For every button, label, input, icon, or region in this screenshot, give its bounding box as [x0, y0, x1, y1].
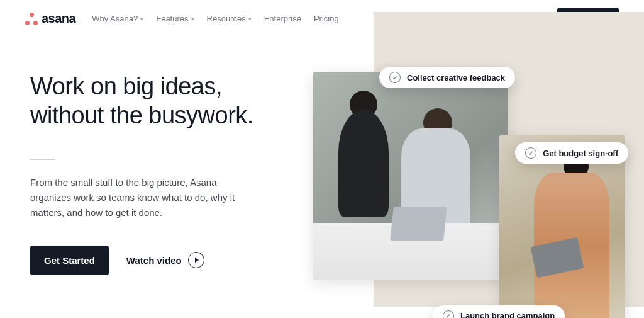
task-chip-label: Collect creative feedback [407, 73, 505, 82]
nav-item-label: Resources [207, 14, 246, 23]
hero: Work on big ideas, without the busywork.… [0, 37, 644, 275]
chevron-down-icon: ▾ [248, 16, 252, 22]
nav-item-label: Features [156, 14, 188, 23]
nav-features[interactable]: Features ▾ [156, 14, 194, 23]
primary-nav: Why Asana? ▾ Features ▾ Resources ▾ Ente… [92, 14, 338, 23]
hero-image-panel: ✓ Collect creative feedback ✓ Get budget… [313, 72, 644, 275]
task-chip-launch: ✓ Launch brand campaign [433, 305, 565, 318]
hero-subcopy: From the small stuff to the big picture,… [30, 175, 257, 220]
hero-headline-line2: without the busywork. [30, 102, 253, 128]
nav-item-label: Pricing [314, 14, 339, 23]
chevron-down-icon: ▾ [140, 16, 143, 22]
task-chip-budget: ✓ Get budget sign-off [515, 142, 628, 164]
nav-item-label: Enterprise [264, 14, 301, 23]
task-chip-label: Launch brand campaign [460, 311, 555, 318]
check-icon: ✓ [443, 310, 454, 318]
play-icon [188, 252, 204, 268]
nav-resources[interactable]: Resources ▾ [207, 14, 252, 23]
task-chip-label: Get budget sign-off [543, 149, 618, 158]
brand-name: asana [42, 11, 75, 26]
brand-logo[interactable]: asana [25, 11, 75, 26]
check-icon: ✓ [389, 72, 401, 83]
nav-item-label: Why Asana? [92, 14, 138, 23]
asana-logo-icon [25, 13, 38, 25]
hero-photo-main [313, 72, 508, 280]
nav-enterprise[interactable]: Enterprise [264, 14, 301, 23]
nav-pricing[interactable]: Pricing [314, 14, 339, 23]
hero-copy: Work on big ideas, without the busywork.… [30, 72, 301, 275]
hero-divider [30, 159, 55, 160]
hero-headline: Work on big ideas, without the busywork. [30, 72, 301, 130]
hero-get-started-button[interactable]: Get Started [30, 246, 109, 275]
task-chip-feedback: ✓ Collect creative feedback [379, 67, 515, 88]
watch-video-button[interactable]: Watch video [126, 252, 204, 268]
hero-headline-line1: Work on big ideas, [30, 73, 222, 99]
check-icon: ✓ [525, 147, 536, 159]
watch-video-label: Watch video [126, 255, 182, 266]
chevron-down-icon: ▾ [191, 16, 194, 22]
nav-why-asana[interactable]: Why Asana? ▾ [92, 14, 143, 23]
hero-cta-row: Get Started Watch video [30, 246, 301, 275]
